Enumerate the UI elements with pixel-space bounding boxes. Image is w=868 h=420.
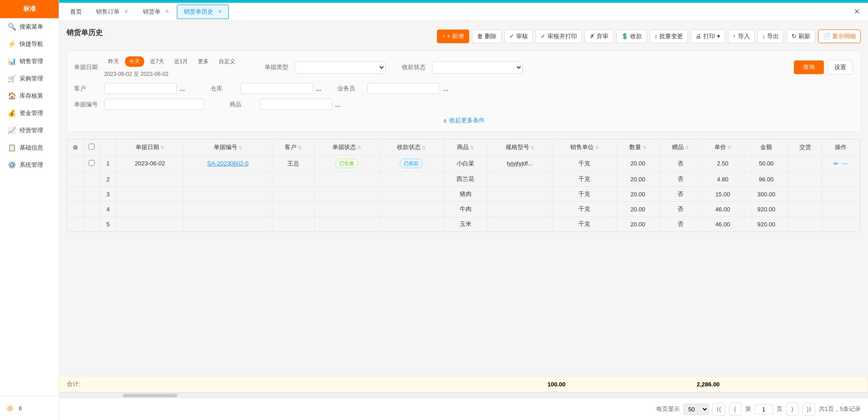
th-customer[interactable]: 客户 ⇅ [272, 140, 314, 155]
export-button[interactable]: ↓ 导出 [758, 30, 784, 43]
date-btn-today[interactable]: 今天 [125, 56, 144, 67]
th-qty[interactable]: 数量 ⇅ [617, 140, 659, 155]
date-btn-7days[interactable]: 近7天 [146, 56, 168, 67]
date-btn-more[interactable]: 更多 [194, 56, 213, 67]
warehouse-input[interactable] [241, 83, 313, 94]
header-toolbar: + + 新增 🗑 删除 ✓ 审核 ✓ 审核并打印 [437, 30, 861, 43]
show-detail-button[interactable]: 📄 显示明细 [818, 30, 861, 43]
scrollbar-thumb[interactable] [123, 394, 177, 397]
goods-input[interactable] [260, 99, 332, 110]
tab-sales-goods-close[interactable]: ✕ [165, 9, 169, 15]
import-button[interactable]: ↑ 导入 [728, 30, 755, 43]
tab-sales-order[interactable]: 销售订单 ✕ [89, 5, 135, 19]
payment-status-select[interactable] [432, 61, 523, 74]
th-doc-status[interactable]: 单据状态 ⇅ [315, 140, 379, 155]
th-doc-no[interactable]: 单据编号 ⇅ [184, 140, 272, 155]
th-settings[interactable]: ⚙ [67, 140, 84, 155]
td-doc-date-5 [116, 217, 184, 232]
refresh-button[interactable]: ↻ 刷新 [787, 30, 815, 43]
audit-print-button[interactable]: ✓ 审核并打印 [536, 30, 582, 43]
th-doc-date[interactable]: 单据日期 ⇅ [116, 140, 184, 155]
tab-sales-history-close[interactable]: ✕ [218, 9, 222, 15]
goods-dot[interactable]: ... [335, 101, 341, 108]
th-spec[interactable]: 规格型号 ⇅ [487, 140, 552, 155]
sort-payment-status[interactable]: 收款状态 ⇅ [397, 143, 426, 151]
date-btn-yesterday[interactable]: 昨天 [104, 56, 123, 67]
delete-button[interactable]: 🗑 删除 [472, 30, 502, 43]
sort-gift[interactable]: 赠品 ⇅ [672, 143, 689, 151]
th-check[interactable] [84, 140, 100, 155]
edit-icon-1[interactable]: ✏ [833, 160, 839, 167]
audit-button[interactable]: ✓ 审核 [504, 30, 533, 43]
sidebar-item-inventory[interactable]: 🏠 库存核算 [0, 87, 59, 105]
staff-input[interactable] [367, 83, 440, 94]
td-doc-status-5 [315, 217, 379, 232]
page-prev-btn[interactable]: ⟨ [729, 403, 742, 415]
select-all-checkbox[interactable] [89, 144, 95, 150]
td-doc-date-1: 2023-06-02 [116, 155, 184, 172]
page-first-btn[interactable]: ⟨⟨ [712, 403, 725, 415]
sort-doc-date[interactable]: 单据日期 ⇅ [135, 143, 164, 151]
th-payment-status[interactable]: 收款状态 ⇅ [379, 140, 443, 155]
date-btn-custom[interactable]: 自定义 [215, 56, 239, 67]
per-page-select[interactable]: 50 100 200 [683, 404, 709, 415]
settings-button[interactable]: 设置 [828, 60, 853, 75]
td-check-1[interactable] [84, 155, 100, 172]
sidebar-item-sales-mgmt[interactable]: 📊 销售管理 [0, 53, 59, 70]
sort-unit[interactable]: 销售单位 ⇅ [570, 143, 599, 151]
sort-goods[interactable]: 商品 ⇅ [457, 143, 474, 151]
sidebar-item-search-menu[interactable]: 🔍 搜索菜单 [0, 18, 59, 35]
query-button[interactable]: 查询 [794, 60, 824, 74]
scrollbar-area[interactable] [59, 392, 868, 398]
page-last-btn[interactable]: ⟩⟩ [803, 403, 815, 415]
page-next-btn[interactable]: ⟩ [786, 403, 799, 415]
batch-change-button[interactable]: ↕ 批量变更 [650, 30, 688, 43]
th-gift[interactable]: 赠品 ⇅ [659, 140, 701, 155]
collapse-btn[interactable]: ∧ 收起更多条件 [437, 115, 490, 126]
customer-input[interactable] [104, 83, 177, 94]
sidebar-item-basic-info[interactable]: 📋 基础信息 [0, 139, 59, 156]
td-gift-5: 否 [659, 217, 701, 232]
sort-customer[interactable]: 客户 ⇅ [285, 143, 301, 151]
sidebar-item-ops[interactable]: 📈 经营管理 [0, 122, 59, 139]
basic-info-icon: 📋 [8, 144, 16, 152]
sort-doc-status[interactable]: 单据状态 ⇅ [332, 143, 361, 151]
th-unit[interactable]: 销售单位 ⇅ [552, 140, 617, 155]
sort-price[interactable]: 单价 ⇅ [714, 143, 731, 151]
doc-no-link-1[interactable]: SA-20230602-0 [207, 160, 249, 167]
page-input[interactable]: 1 [755, 404, 773, 415]
doc-type-select[interactable] [295, 61, 386, 74]
td-settings-3 [67, 187, 84, 202]
discard-button[interactable]: ✗ 弃审 [585, 30, 613, 43]
tab-bar-close-btn[interactable]: ✕ [850, 5, 863, 18]
td-doc-date-2 [116, 172, 184, 187]
sidebar-item-quick-nav[interactable]: ⚡ 快捷导航 [0, 35, 59, 53]
th-price[interactable]: 单价 ⇅ [702, 140, 744, 155]
customer-dot[interactable]: ... [180, 85, 185, 92]
search-menu-icon: 🔍 [8, 23, 16, 31]
staff-dot[interactable]: ... [443, 85, 448, 92]
sidebar-item-sys-mgmt[interactable]: ⚙️ 系统管理 [0, 156, 59, 174]
sort-qty[interactable]: 数量 ⇅ [629, 143, 646, 151]
tab-sales-goods[interactable]: 销货单 ✕ [136, 5, 176, 19]
date-btn-1month[interactable]: 近1月 [170, 56, 192, 67]
add-button[interactable]: + + 新增 [437, 30, 469, 43]
th-goods[interactable]: 商品 ⇅ [443, 140, 487, 155]
row-checkbox-1[interactable] [89, 160, 95, 166]
print-button[interactable]: 🖨 打印 ▾ [691, 30, 725, 43]
collapse-label: 收起更多条件 [449, 116, 485, 125]
receive-button[interactable]: 💲 收款 [616, 30, 647, 43]
sidebar-item-purchase-mgmt[interactable]: 🛒 采购管理 [0, 70, 59, 87]
td-payment-status-2 [379, 172, 443, 187]
sort-spec[interactable]: 规格型号 ⇅ [506, 143, 534, 151]
tab-sales-history[interactable]: 销货单历史 ✕ [177, 5, 229, 19]
docno-input[interactable] [104, 99, 204, 110]
more-icon-1[interactable]: ⋯ [842, 160, 848, 167]
sidebar-item-funds[interactable]: 💰 资金管理 [0, 105, 59, 122]
sidebar-bottom-item-1[interactable]: 🔆 ⏸ [0, 401, 59, 415]
tab-sales-order-close[interactable]: ✕ [124, 9, 128, 15]
sort-doc-no[interactable]: 单据编号 ⇅ [214, 143, 242, 151]
warehouse-dot[interactable]: ... [316, 85, 321, 92]
table-body: 1 2023-06-02 SA-20230602-0 王总 已生效 已收款 小白… [67, 155, 860, 232]
tab-home[interactable]: 首页 [64, 5, 88, 19]
